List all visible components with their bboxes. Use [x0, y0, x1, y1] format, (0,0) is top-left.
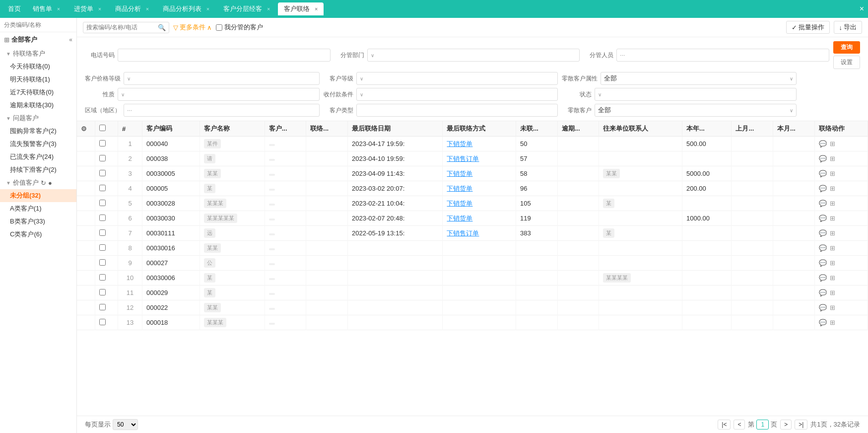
home-tab[interactable]: 首页 — [4, 2, 25, 15]
grid-action-icon[interactable]: ⊞ — [830, 170, 835, 177]
row-checkbox[interactable] — [95, 300, 118, 315]
grid-action-icon[interactable]: ⊞ — [830, 155, 835, 162]
first-page-btn[interactable]: |< — [718, 420, 731, 430]
grid-action-icon[interactable]: ⊞ — [830, 215, 835, 222]
refresh-icon[interactable]: ↻ — [41, 179, 46, 187]
all-customers-header[interactable]: ⊞ 全部客户 « — [0, 32, 76, 47]
row-select-checkbox[interactable] — [99, 155, 106, 161]
sidebar-search-input[interactable] — [4, 21, 77, 28]
group-value-customer[interactable]: ▼ 价值客户 ↻ ● — [0, 176, 76, 189]
chat-icon[interactable]: 💬 — [819, 259, 827, 267]
sidebar-item-class-a[interactable]: A类客户(1) — [0, 202, 76, 215]
table-settings-icon[interactable]: ⚙ — [81, 125, 87, 133]
close-segment-tab[interactable]: × — [267, 6, 270, 12]
tab-sales[interactable]: 销售单 × — [27, 2, 66, 15]
batch-operation-btn[interactable]: ✓ 批量操作 — [786, 21, 830, 34]
global-close-button[interactable]: × — [860, 4, 864, 13]
row-checkbox[interactable] — [95, 226, 118, 241]
row-select-checkbox[interactable] — [99, 170, 106, 176]
my-customers-checkbox[interactable]: 我分管的客户 — [216, 23, 263, 32]
per-page-select[interactable]: 50 100 200 — [113, 419, 138, 430]
row-checkbox[interactable] — [95, 137, 118, 151]
close-contact-tab[interactable]: × — [315, 6, 318, 12]
tab-purchase[interactable]: 进货单 × — [68, 2, 107, 15]
row-select-checkbox[interactable] — [99, 229, 106, 236]
customer-level-select[interactable]: ∨ — [356, 72, 558, 85]
grid-action-icon[interactable]: ⊞ — [830, 244, 835, 252]
row-select-checkbox[interactable] — [99, 274, 106, 281]
sidebar-item-ungrouped[interactable]: 未分组(32) — [0, 189, 76, 202]
collapse-btn[interactable]: « — [69, 36, 72, 43]
row-checkbox[interactable] — [95, 286, 118, 300]
sidebar-item-tomorrow[interactable]: 明天待联络(1) — [0, 73, 76, 86]
sidebar-item-7days[interactable]: 近7天待联络(0) — [0, 86, 76, 99]
grid-action-icon[interactable]: ⊞ — [830, 140, 835, 147]
sidebar-item-churn-warning[interactable]: 流失预警客户(3) — [0, 138, 76, 150]
sidebar-item-churned[interactable]: 已流失客户(24) — [0, 150, 76, 163]
row-checkbox[interactable] — [95, 256, 118, 271]
chat-icon[interactable]: 💬 — [819, 170, 827, 177]
region-input[interactable]: ··· — [124, 104, 320, 117]
last-page-btn[interactable]: >| — [795, 420, 807, 430]
sidebar-item-class-b[interactable]: B类客户(33) — [0, 215, 76, 228]
grid-action-icon[interactable]: ⊞ — [830, 319, 835, 326]
tab-customer-contact[interactable]: 客户联络 × — [278, 2, 324, 15]
chat-icon[interactable]: 💬 — [819, 229, 827, 237]
my-customers-check[interactable] — [216, 24, 222, 31]
sidebar-item-overdue[interactable]: 逾期未联络(30) — [0, 99, 76, 112]
chat-icon[interactable]: 💬 — [819, 244, 827, 252]
dept-select[interactable]: ∨ — [367, 49, 580, 62]
group-pending-contact[interactable]: ▼ 待联络客户 — [0, 47, 76, 60]
chat-icon[interactable]: 💬 — [819, 215, 827, 222]
chat-icon[interactable]: 💬 — [819, 200, 827, 207]
sidebar-item-today[interactable]: 今天待联络(0) — [0, 60, 76, 73]
select-all-checkbox[interactable] — [99, 125, 106, 131]
sidebar-search-bar[interactable]: 🔍 — [0, 18, 76, 32]
chat-icon[interactable]: 💬 — [819, 155, 827, 162]
more-conditions-btn[interactable]: ▽ 更多条件 ∧ — [173, 23, 212, 32]
sidebar-item-declining[interactable]: 持续下滑客户(2) — [0, 163, 76, 176]
search-icon-main[interactable]: 🔍 — [158, 24, 166, 31]
tab-customer-segment[interactable]: 客户分层经客 × — [217, 2, 276, 15]
grid-action-icon[interactable]: ⊞ — [830, 229, 835, 237]
row-select-checkbox[interactable] — [99, 289, 106, 295]
grid-action-icon[interactable]: ⊞ — [830, 289, 835, 296]
row-checkbox[interactable] — [95, 166, 118, 181]
chat-icon[interactable]: 💬 — [819, 140, 827, 147]
grid-action-icon[interactable]: ⊞ — [830, 304, 835, 311]
grid-action-icon[interactable]: ⊞ — [830, 200, 835, 207]
row-select-checkbox[interactable] — [99, 259, 106, 266]
row-select-checkbox[interactable] — [99, 200, 106, 206]
row-checkbox[interactable] — [95, 211, 118, 226]
row-checkbox[interactable] — [95, 271, 118, 286]
status-select[interactable]: ∨ — [595, 88, 797, 101]
phone-input[interactable] — [118, 49, 331, 62]
chat-icon[interactable]: 💬 — [819, 185, 827, 192]
row-checkbox[interactable] — [95, 315, 118, 330]
grid-action-icon[interactable]: ⊞ — [830, 185, 835, 192]
prev-page-btn[interactable]: < — [734, 420, 745, 430]
row-checkbox[interactable] — [95, 196, 118, 211]
sidebar-item-class-c[interactable]: C类客户(6) — [0, 228, 76, 241]
close-list-tab[interactable]: × — [206, 6, 209, 12]
manager-input[interactable]: ··· — [616, 49, 829, 62]
row-checkbox[interactable] — [95, 241, 118, 256]
retail-customer-select[interactable]: 全部 ∨ — [595, 104, 797, 117]
price-level-select[interactable]: ∨ — [124, 72, 320, 85]
next-page-btn[interactable]: > — [780, 420, 792, 430]
retail-attr-select[interactable]: 全部 ∨ — [601, 72, 797, 85]
row-select-checkbox[interactable] — [99, 215, 106, 221]
nature-select[interactable]: ∨ — [118, 88, 320, 101]
row-checkbox[interactable] — [95, 181, 118, 196]
sidebar-item-hoarding[interactable]: 囤购异常客户(2) — [0, 125, 76, 138]
row-select-checkbox[interactable] — [99, 244, 106, 251]
row-select-checkbox[interactable] — [99, 319, 106, 325]
export-btn[interactable]: ↓ 导出 — [834, 21, 863, 34]
chat-icon[interactable]: 💬 — [819, 319, 827, 326]
close-analysis-tab[interactable]: × — [146, 6, 149, 12]
chat-icon[interactable]: 💬 — [819, 304, 827, 311]
payment-select[interactable]: ∨ — [356, 88, 558, 101]
chat-icon[interactable]: 💬 — [819, 274, 827, 282]
row-select-checkbox[interactable] — [99, 185, 106, 191]
close-purchase-tab[interactable]: × — [98, 6, 101, 12]
